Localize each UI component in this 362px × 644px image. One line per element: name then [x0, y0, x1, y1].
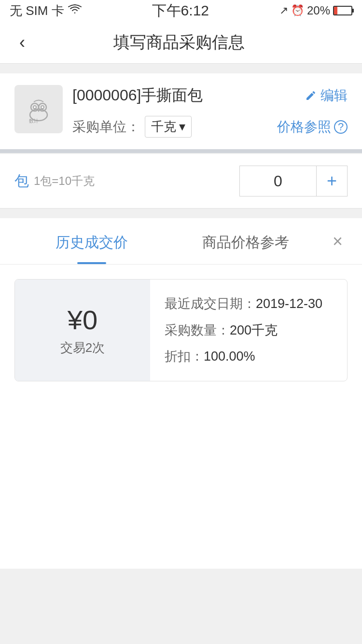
trade-count: 交易2次	[60, 339, 105, 356]
divider	[0, 149, 362, 153]
location-icon: ↗	[279, 4, 288, 17]
chevron-down-icon: ▾	[179, 119, 185, 134]
svg-point-4	[34, 106, 36, 108]
product-details: [0000006]手撕面包 编辑 采购单位： 千克 ▾	[72, 85, 348, 138]
purchase-quantity-value: 200千克	[230, 323, 278, 337]
quantity-controls: +	[239, 166, 348, 196]
battery-percent: 20%	[307, 4, 330, 17]
quantity-input[interactable]	[239, 166, 317, 196]
header: ‹ 填写商品采购信息	[0, 21, 362, 64]
status-left: 无 SIM 卡	[10, 2, 82, 19]
svg-point-5	[42, 106, 43, 108]
wifi-icon	[68, 3, 82, 18]
quantity-label: 包 1包=10千克	[14, 171, 95, 191]
trade-price-value: ¥0	[68, 304, 97, 336]
purchase-quantity-row: 采购数量：200千克	[165, 321, 333, 340]
svg-marker-7	[37, 110, 40, 112]
product-card: 数计 [0000006]手撕面包 编辑 采购单位： 千克	[0, 73, 362, 149]
svg-text:数计: 数计	[29, 118, 39, 124]
tab-history-price[interactable]: 历史成交价	[14, 218, 168, 264]
product-name: [0000006]手撕面包	[72, 85, 203, 106]
status-bar: 无 SIM 卡 下午6:12 ↗ ⏰ 20%	[0, 0, 362, 21]
discount-row: 折扣：100.00%	[165, 347, 333, 366]
trade-info-section: 最近成交日期：2019-12-30 采购数量：200千克 折扣：100.00%	[150, 280, 347, 381]
tabs-close-button[interactable]: ×	[328, 226, 348, 256]
time-display: 下午6:12	[152, 1, 209, 21]
unit-select[interactable]: 千克 ▾	[145, 116, 192, 138]
unit-conversion: 1包=10千克	[34, 173, 95, 189]
product-image: 数计	[14, 85, 63, 133]
trade-price-section: ¥0 交易2次	[15, 280, 150, 381]
page-title: 填写商品采购信息	[35, 31, 323, 54]
carrier-text: 无 SIM 卡	[10, 2, 64, 19]
recent-date-row: 最近成交日期：2019-12-30	[165, 294, 333, 314]
unit-label: 采购单位： 千克 ▾	[72, 116, 192, 138]
edit-button[interactable]: 编辑	[305, 86, 348, 105]
discount-value: 100.00%	[204, 349, 255, 364]
quantity-plus-button[interactable]: +	[317, 166, 348, 196]
trade-card: ¥0 交易2次 最近成交日期：2019-12-30 采购数量：200千克 折扣：…	[14, 279, 348, 381]
quantity-section: 包 1包=10千克 +	[0, 154, 362, 209]
back-button[interactable]: ‹	[14, 28, 30, 57]
recent-date-value: 2019-12-30	[256, 296, 322, 311]
tabs-section: 历史成交价 商品价格参考 × ¥0 交易2次 最近成交日期：2019-12-30…	[0, 218, 362, 569]
help-icon: ?	[334, 120, 348, 134]
price-reference-button[interactable]: 价格参照 ?	[277, 118, 348, 136]
status-right: ↗ ⏰ 20%	[279, 4, 352, 17]
tab-price-reference[interactable]: 商品价格参考	[168, 218, 322, 264]
tabs-header: 历史成交价 商品价格参考 ×	[0, 218, 362, 265]
battery-icon	[333, 6, 352, 15]
tab-content-area: ¥0 交易2次 最近成交日期：2019-12-30 采购数量：200千克 折扣：…	[0, 279, 362, 569]
alarm-icon: ⏰	[291, 4, 304, 17]
